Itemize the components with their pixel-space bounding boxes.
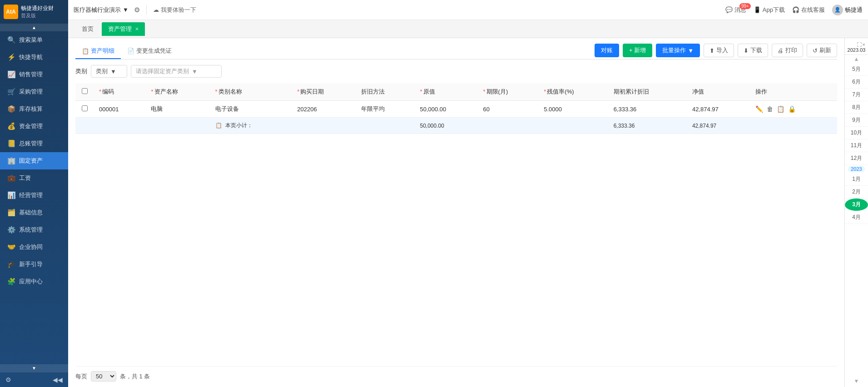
batch-button[interactable]: 批量操作 ▼ [656,44,700,57]
th-net-value: 净值 [687,83,750,101]
sidebar-item-fixed-assets[interactable]: 🏢 固定资产 [0,152,68,169]
th-accumulated-depreciation: 期初累计折旧 [608,83,687,101]
topbar-gear-icon[interactable]: ⚙ [134,6,140,14]
rp-expand-icon[interactable]: ⛶ [857,42,862,47]
download-button[interactable]: ⬇ 下载 [738,44,768,57]
rp-month-7[interactable]: 7月 [845,89,868,101]
page-size-select[interactable]: 50 10 20 100 [91,371,116,382]
sidebar-item-inventory[interactable]: 📦 库存核算 [0,100,68,118]
rp-year-label: 2023.03 [848,47,866,53]
category-placeholder: 请选择固定资产类别 [136,67,189,75]
rp-month-6[interactable]: 6月 [845,76,868,89]
sidebar-item-label: 搜索菜单 [19,36,43,44]
sidebar-item-quicknav[interactable]: ⚡ 快捷导航 [0,49,68,66]
ledger-icon: 📒 [7,139,15,148]
print-button[interactable]: 🖨 打印 [772,44,803,57]
sidebar-item-search[interactable]: 🔍 搜索菜单 [0,31,68,49]
rp-month-9[interactable]: 9月 [845,114,868,127]
collapse-icon[interactable]: ◀◀ [53,376,63,383]
rp-month-8[interactable]: 8月 [845,101,868,114]
sub-tab-voucher[interactable]: 📄 变更生成凭证 [121,44,178,59]
lock-icon[interactable]: 🔒 [788,105,796,113]
user-avatar: 👤 [832,5,843,15]
sidebar-item-collab[interactable]: 🤝 企业协同 [0,238,68,256]
quicknav-icon: ⚡ [7,53,15,61]
td-code: 000001 [94,101,145,118]
online-service-label: 在线客服 [801,6,825,14]
sidebar-item-sales[interactable]: 📈 销售管理 [0,66,68,83]
subtotal-empty-8 [750,118,837,134]
edit-icon[interactable]: ✏️ [755,105,763,113]
rp-month-5[interactable]: 5月 [845,63,868,76]
subtotal-net-value: 42,874.97 [687,118,750,134]
subtotal-empty-5 [356,118,414,134]
sidebar-item-operations[interactable]: 📊 经营管理 [0,187,68,204]
finance-icon: 💰 [7,122,15,130]
new-button[interactable]: + 新增 [623,44,652,57]
rp-month-11[interactable]: 11月 [845,139,868,152]
subtotal-empty-7 [538,118,608,134]
topbar-messages-btn[interactable]: 💬 消息 99+ [725,6,746,14]
rp-month-2[interactable]: 2月 [845,186,868,198]
sidebar-item-ledger[interactable]: 📒 总账管理 [0,135,68,152]
select-all-checkbox[interactable] [82,88,88,94]
tab-close-icon[interactable]: × [135,25,139,32]
sidebar-item-label: 新手引导 [19,260,43,268]
sidebar-item-tutorial[interactable]: 🎓 新手引导 [0,256,68,273]
fixed-assets-icon: 🏢 [7,157,15,165]
import-button[interactable]: ⬆ 导入 [704,44,734,57]
sidebar-item-finance[interactable]: 💰 资金管理 [0,118,68,135]
search-icon: 🔍 [7,36,15,44]
sidebar-item-label: 基础信息 [19,208,43,217]
category-select[interactable]: 请选择固定资产类别 ▼ [131,65,222,78]
copy-icon[interactable]: 📋 [777,105,784,113]
rp-month-3-active[interactable]: 3月 [845,198,868,211]
settings-icon[interactable]: ⚙ [5,376,11,383]
rp-close-icon[interactable]: × [863,42,865,47]
category-dropdown-icon: ▼ [192,68,198,75]
rp-scroll-up-btn[interactable]: ▲ [853,55,860,63]
category-type-select[interactable]: 类别 ▼ [91,65,127,78]
tab-home[interactable]: 首页 [75,22,100,36]
subtotal-accumulated: 6,333.36 [608,118,687,134]
sidebar-item-payroll[interactable]: 💼 工资 [0,169,68,187]
rp-month-12[interactable]: 12月 [845,152,868,165]
rp-month-1[interactable]: 1月 [845,173,868,186]
refresh-icon: ↺ [813,47,818,54]
sub-tab-asset-detail[interactable]: 📋 资产明细 [75,44,121,59]
rp-month-10[interactable]: 10月 [845,127,868,139]
topbar-user[interactable]: 👤 畅捷通 [832,5,863,15]
subtotal-row: 📋 本页小计： 50,000.00 6,333.36 42,874.97 [75,118,837,134]
print-label: 打印 [785,46,797,55]
tab-asset-management[interactable]: 资产管理 × [102,22,145,36]
td-category: 电子设备 [210,101,292,118]
delete-icon[interactable]: 🗑 [767,105,773,113]
voucher-icon: 📄 [127,48,134,55]
app-logo-text: 畅捷通好业财 普及版 [21,5,54,19]
sidebar: AtA 畅捷通好业财 普及版 ▲ 🔍 搜索菜单 ⚡ 快捷导航 📈 销售管理 🛒 … [0,0,68,387]
import-icon: ⬆ [709,47,714,54]
system-icon: ⚙️ [7,226,15,234]
sidebar-scroll-up[interactable]: ▲ [0,24,68,31]
topbar-company[interactable]: 医疗器械行业演示 ▼ [74,6,129,14]
sidebar-item-purchase[interactable]: 🛒 采购管理 [0,83,68,100]
cloud-icon: ☁ [153,6,159,13]
row-checkbox[interactable] [82,105,88,111]
messages-badge: 99+ [739,3,751,9]
td-accumulated-depreciation: 6,333.36 [608,101,687,118]
rp-year-badge: 2023 [848,166,864,172]
topbar-experience[interactable]: ☁ 我要体验一下 [153,6,196,14]
reconcile-button[interactable]: 对账 [595,44,619,57]
th-category: *类别名称 [210,83,292,101]
topbar-online-service-btn[interactable]: 🎧 在线客服 [792,6,825,14]
company-name: 医疗器械行业演示 [74,6,121,14]
refresh-button[interactable]: ↺ 刷新 [807,44,837,57]
sidebar-scroll-down[interactable]: ▼ [0,364,68,372]
rp-month-4[interactable]: 4月 [845,211,868,224]
sidebar-item-basic-info[interactable]: 🗂️ 基础信息 [0,204,68,221]
topbar-app-download-btn[interactable]: 📱 App下载 [754,6,785,14]
sidebar-item-appstore[interactable]: 🧩 应用中心 [0,273,68,290]
sidebar-item-system[interactable]: ⚙️ 系统管理 [0,221,68,238]
per-page-label: 每页 [75,372,87,381]
rp-scroll-down-btn[interactable]: ▼ [853,377,860,385]
